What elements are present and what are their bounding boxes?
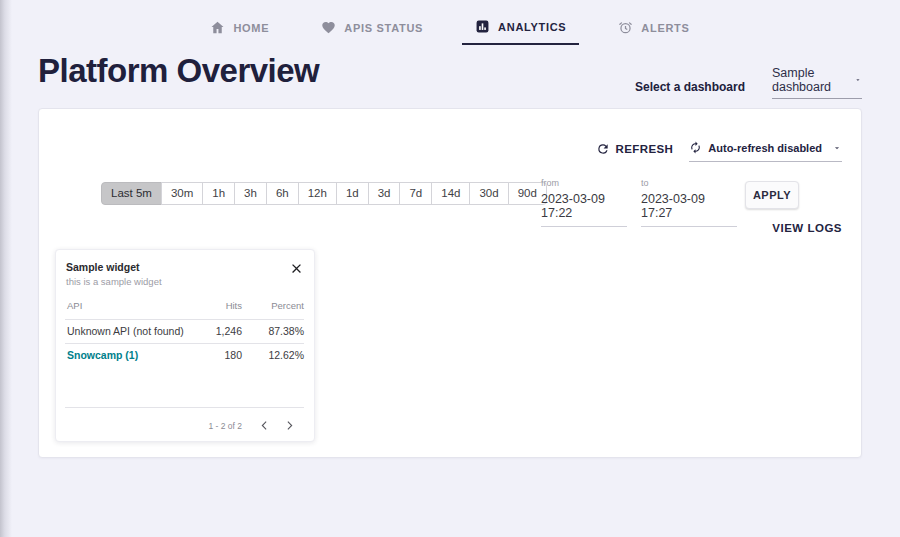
time-range-button[interactable]: Last 5m — [101, 182, 162, 205]
close-icon — [289, 261, 304, 276]
time-range-button[interactable]: 6h — [266, 182, 299, 205]
top-navigation: HOME APIS STATUS ANALYTICS ALERTS — [0, 0, 900, 45]
time-range-button[interactable]: 1h — [202, 182, 235, 205]
dashboard-select-label: Select a dashboard — [635, 80, 745, 99]
apply-button[interactable]: APPLY — [745, 181, 799, 209]
widget-footer-divider — [65, 407, 304, 408]
sample-widget-card: Sample widget this is a sample widget AP… — [55, 249, 315, 442]
dashboard-card: REFRESH Auto-refresh disabled Last 5m30m… — [38, 108, 862, 458]
api-link[interactable]: Snowcamp (1) — [65, 349, 184, 361]
time-range-button[interactable]: 3h — [234, 182, 267, 205]
pagination: 1 - 2 of 2 — [208, 419, 296, 432]
nav-item-alerts[interactable]: ALERTS — [605, 19, 702, 45]
window-edge-shadow — [0, 0, 12, 537]
refresh-toolbar: REFRESH Auto-refresh disabled — [596, 141, 842, 162]
to-date-field: to 2023-03-09 17:27 — [641, 178, 737, 227]
bar-chart-icon — [475, 19, 490, 34]
table-row: Snowcamp (1)18012.62% — [65, 344, 304, 367]
nav-item-label: HOME — [233, 22, 269, 34]
api-name: Unknown API (not found) — [65, 325, 184, 337]
auto-refresh-select[interactable]: Auto-refresh disabled — [689, 141, 842, 162]
nav-item-label: APIS STATUS — [344, 22, 423, 34]
dashboard-selected-value: Sample dashboard — [772, 66, 854, 94]
view-logs-link[interactable]: VIEW LOGS — [772, 222, 842, 234]
pagination-next-button[interactable] — [283, 419, 296, 432]
chevron-down-icon — [832, 143, 842, 153]
chevron-down-icon — [854, 75, 862, 85]
refresh-label: REFRESH — [616, 143, 674, 155]
widget-subtitle: this is a sample widget — [66, 276, 162, 287]
chevron-left-icon — [258, 419, 271, 432]
column-header-api: API — [65, 300, 184, 311]
auto-refresh-label: Auto-refresh disabled — [708, 142, 822, 154]
percent-value: 87.38% — [242, 325, 304, 337]
time-range-button[interactable]: 30d — [469, 182, 508, 205]
to-label: to — [641, 178, 737, 188]
time-range-button[interactable]: 12h — [298, 182, 337, 205]
widget-title: Sample widget — [66, 261, 140, 273]
from-date-input[interactable]: 2023-03-09 17:22 — [541, 192, 627, 227]
nav-item-label: ANALYTICS — [498, 21, 566, 33]
time-range-button[interactable]: 30m — [161, 182, 203, 205]
time-range-button[interactable]: 1d — [336, 182, 369, 205]
column-header-percent: Percent — [242, 300, 304, 311]
from-date-field: from 2023-03-09 17:22 — [541, 178, 627, 227]
nav-item-label: ALERTS — [641, 22, 689, 34]
home-icon — [210, 20, 225, 35]
page-title: Platform Overview — [38, 52, 319, 90]
time-range-button[interactable]: 3d — [368, 182, 401, 205]
percent-value: 12.62% — [242, 349, 304, 361]
autorenew-icon — [689, 141, 702, 154]
time-range-button[interactable]: 7d — [399, 182, 432, 205]
nav-item-home[interactable]: HOME — [197, 19, 282, 45]
chevron-right-icon — [283, 419, 296, 432]
hits-value: 180 — [184, 349, 242, 361]
nav-item-analytics[interactable]: ANALYTICS — [462, 19, 579, 45]
dashboard-select-row: Select a dashboard Sample dashboard — [635, 66, 862, 99]
widget-table: API Hits Percent Unknown API (not found)… — [65, 298, 304, 367]
from-label: from — [541, 178, 627, 188]
pagination-prev-button[interactable] — [258, 419, 271, 432]
widget-close-button[interactable] — [288, 261, 304, 277]
nav-item-apis-status[interactable]: APIS STATUS — [308, 19, 436, 45]
to-date-input[interactable]: 2023-03-09 17:27 — [641, 192, 737, 227]
hits-value: 1,246 — [184, 325, 242, 337]
alarm-icon — [618, 20, 633, 35]
refresh-icon — [596, 142, 610, 156]
refresh-button[interactable]: REFRESH — [596, 141, 674, 156]
time-range-group: Last 5m30m1h3h6h12h1d3d7d14d30d90d — [101, 182, 547, 205]
table-row: Unknown API (not found)1,24687.38% — [65, 320, 304, 344]
column-header-hits: Hits — [184, 300, 242, 311]
dashboard-select[interactable]: Sample dashboard — [772, 66, 862, 99]
heart-icon — [321, 20, 336, 35]
pagination-label: 1 - 2 of 2 — [208, 421, 242, 431]
time-range-button[interactable]: 14d — [431, 182, 470, 205]
widget-table-body: Unknown API (not found)1,24687.38%Snowca… — [65, 320, 304, 367]
table-header-row: API Hits Percent — [65, 298, 304, 320]
